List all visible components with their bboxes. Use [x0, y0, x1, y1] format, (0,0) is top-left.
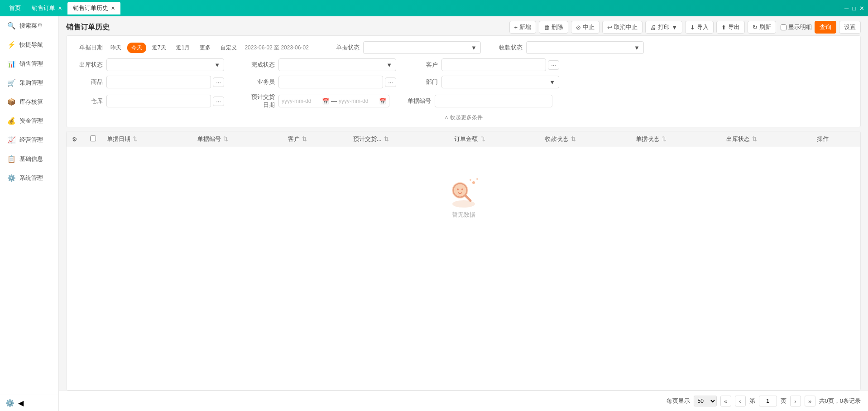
- date-tag-7days[interactable]: 近7天: [148, 43, 170, 53]
- warehouse-input-group: ···: [106, 95, 224, 107]
- calendar-icon-start[interactable]: 📅: [322, 98, 329, 105]
- table-header-row: ⚙ 单据日期 ⇅ 单据编号 ⇅: [67, 131, 860, 147]
- collapse-btn[interactable]: ∧ 收起更多条件: [74, 114, 853, 121]
- per-page-select[interactable]: 10 20 50 100: [694, 396, 717, 406]
- receipt-status-select[interactable]: ▼: [526, 41, 644, 54]
- filter-row-4: 仓库 ··· 预计交货日期 📅 — 📅 单据编号: [74, 93, 853, 109]
- complete-select[interactable]: ▼: [278, 58, 396, 71]
- svg-point-8: [476, 178, 478, 180]
- date-tag-1month[interactable]: 近1月: [172, 43, 194, 53]
- col-number[interactable]: 单据编号 ⇅: [192, 131, 283, 147]
- sidebar-item-operations[interactable]: 📈 经营管理: [0, 131, 58, 150]
- refresh-icon: ↻: [753, 24, 758, 31]
- settings-button[interactable]: 设置: [839, 21, 861, 34]
- sidebar-item-quicknav[interactable]: ⚡ 快捷导航: [0, 35, 58, 54]
- col-receipt-status[interactable]: 收款状态 ⇅: [539, 131, 630, 147]
- col-customer[interactable]: 客户 ⇅: [283, 131, 348, 147]
- customer-input-group: ···: [441, 58, 559, 71]
- sidebar-item-sales[interactable]: 📊 销售管理: [0, 54, 58, 73]
- tab-home[interactable]: 首页: [4, 2, 26, 15]
- col-amount[interactable]: 订单金额 ⇅: [449, 131, 539, 147]
- close-icon[interactable]: ✕: [859, 5, 864, 12]
- calendar-icon-end[interactable]: 📅: [379, 98, 386, 105]
- col-delivery[interactable]: 预计交货... ⇅: [348, 131, 449, 147]
- col-customer-label: 客户: [288, 135, 300, 142]
- col-doc-status[interactable]: 单据状态 ⇅: [630, 131, 721, 147]
- stop-button[interactable]: ⊘ 中止: [571, 21, 599, 34]
- filter-panel: 单据日期 昨天 今天 近7天 近1月 更多 自定义 2023-06-02 至 2…: [66, 35, 861, 127]
- tab-sales-order-label: 销售订单: [32, 4, 55, 12]
- sidebar-item-finance-label: 资金管理: [19, 117, 43, 125]
- salesman-ellipsis[interactable]: ···: [385, 77, 396, 87]
- sidebar-settings-icon[interactable]: ⚙️: [5, 399, 14, 407]
- sort-receipt-icon: ⇅: [571, 135, 576, 142]
- next-page-btn[interactable]: ›: [790, 396, 801, 406]
- new-button[interactable]: + 新增: [509, 21, 537, 34]
- customer-input[interactable]: [441, 58, 546, 71]
- first-page-btn[interactable]: «: [720, 396, 731, 406]
- tab-sales-order[interactable]: 销售订单 ✕: [26, 2, 67, 15]
- col-outbound-status[interactable]: 出库状态 ⇅: [721, 131, 811, 147]
- date-tag-more[interactable]: 更多: [196, 43, 215, 53]
- outbound-select[interactable]: ▼: [106, 58, 224, 71]
- delivery-date-start[interactable]: [282, 98, 320, 104]
- page-title: 销售订单历史: [66, 23, 110, 32]
- min-icon[interactable]: ─: [844, 5, 849, 12]
- sidebar-item-purchase[interactable]: 🛒 采购管理: [0, 73, 58, 92]
- dept-arrow: ▼: [549, 79, 555, 86]
- sidebar-item-baseinfo[interactable]: 📋 基础信息: [0, 150, 58, 169]
- display-toggle-checkbox[interactable]: [781, 24, 786, 30]
- doc-number-input[interactable]: [435, 95, 552, 107]
- sidebar: 🔍 搜索菜单 ⚡ 快捷导航 📊 销售管理 🛒 采购管理 📦 库存核算 💰 资金管…: [0, 16, 59, 411]
- goods-input[interactable]: [106, 76, 211, 88]
- svg-point-6: [461, 189, 463, 190]
- customer-ellipsis[interactable]: ···: [548, 60, 559, 70]
- refresh-button[interactable]: ↻ 刷新: [748, 21, 776, 34]
- query-button[interactable]: 查询: [815, 21, 836, 34]
- sort-delivery-icon: ⇅: [384, 135, 389, 142]
- sidebar-item-finance[interactable]: 💰 资金管理: [0, 111, 58, 131]
- query-label: 查询: [820, 23, 831, 31]
- sidebar-collapse-icon[interactable]: ◀: [18, 399, 24, 407]
- delete-button[interactable]: 🗑 删除: [539, 21, 568, 34]
- import-label: 导入: [697, 23, 709, 31]
- no-data-illustration: [441, 174, 486, 211]
- select-all-checkbox[interactable]: [90, 135, 96, 141]
- import-button[interactable]: ⬇ 导入: [685, 21, 714, 34]
- sidebar-item-search[interactable]: 🔍 搜索菜单: [0, 16, 58, 35]
- date-tag-yesterday[interactable]: 昨天: [106, 43, 125, 53]
- warehouse-ellipsis[interactable]: ···: [213, 97, 224, 106]
- col-date[interactable]: 单据日期 ⇅: [101, 131, 192, 147]
- print-button[interactable]: 🖨 打印 ▼: [645, 21, 682, 34]
- print-arrow-icon: ▼: [671, 24, 677, 31]
- first-page-icon: «: [724, 398, 727, 405]
- tab-sales-order-close[interactable]: ✕: [58, 5, 62, 11]
- gear-icon[interactable]: ⚙: [72, 136, 77, 143]
- goods-ellipsis[interactable]: ···: [213, 77, 224, 87]
- table-body: 暂无数据: [67, 147, 860, 247]
- sidebar-item-inventory[interactable]: 📦 库存核算: [0, 92, 58, 111]
- tab-sales-order-history-close[interactable]: ✕: [111, 5, 115, 11]
- sidebar-item-system[interactable]: ⚙️ 系统管理: [0, 169, 58, 188]
- doc-status-select[interactable]: ▼: [363, 41, 481, 54]
- warehouse-input[interactable]: [106, 95, 211, 107]
- stop-icon: ⊘: [576, 24, 581, 31]
- salesman-input[interactable]: [278, 76, 383, 88]
- delivery-date-label: 预计交货日期: [246, 93, 275, 109]
- date-tag-today[interactable]: 今天: [127, 43, 146, 53]
- max-icon[interactable]: □: [852, 5, 856, 12]
- date-tag-custom[interactable]: 自定义: [216, 43, 241, 53]
- prev-page-btn[interactable]: ‹: [735, 396, 746, 406]
- display-toggle[interactable]: 显示明细: [781, 23, 812, 31]
- delivery-date-end[interactable]: [339, 98, 377, 104]
- export-label: 导出: [728, 23, 740, 31]
- outbound-label: 出库状态: [74, 61, 103, 69]
- tab-sales-order-history[interactable]: 销售订单历史 ✕: [67, 2, 120, 15]
- page-input[interactable]: [759, 396, 777, 406]
- export-icon: ⬆: [721, 24, 726, 31]
- dept-select[interactable]: ▼: [441, 76, 559, 88]
- cancel-stop-button[interactable]: ↩ 取消中止: [602, 21, 643, 34]
- last-page-btn[interactable]: »: [805, 396, 815, 406]
- sales-icon: 📊: [7, 60, 16, 68]
- export-button[interactable]: ⬆ 导出: [716, 21, 745, 34]
